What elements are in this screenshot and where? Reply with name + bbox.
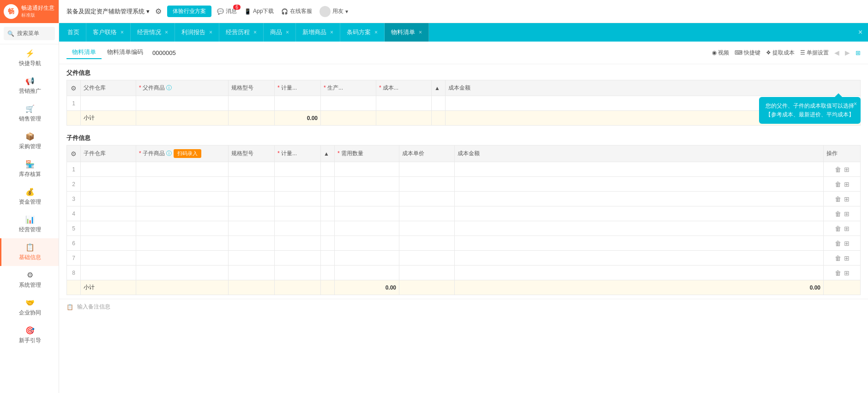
child-row-2-spec[interactable] bbox=[229, 177, 275, 192]
sidebar-item-system[interactable]: ⚙ 系统管理 bbox=[0, 266, 59, 294]
copy-icon-8[interactable]: ⊞ bbox=[844, 269, 850, 277]
child-row-1-product[interactable] bbox=[136, 162, 229, 177]
delete-icon-6[interactable]: 🗑 bbox=[835, 240, 841, 247]
delete-icon-7[interactable]: 🗑 bbox=[835, 254, 841, 262]
child-row-3-unit-cost[interactable] bbox=[399, 192, 455, 206]
child-row-8-warehouse[interactable] bbox=[81, 266, 136, 280]
delete-icon-5[interactable]: 🗑 bbox=[835, 225, 841, 232]
delete-icon-3[interactable]: 🗑 bbox=[835, 195, 841, 203]
child-row-7-warehouse[interactable] bbox=[81, 251, 136, 266]
child-row-6-quantity[interactable] bbox=[335, 236, 399, 251]
online-service-action[interactable]: 🎧 在线客服 bbox=[281, 7, 312, 15]
copy-icon-2[interactable]: ⊞ bbox=[844, 181, 850, 188]
child-row-1-spec[interactable] bbox=[229, 162, 275, 177]
child-row-5-warehouse[interactable] bbox=[81, 221, 136, 236]
child-col-settings[interactable]: ⚙ bbox=[67, 145, 81, 162]
copy-icon-6[interactable]: ⊞ bbox=[844, 240, 850, 247]
nav-tab-home[interactable]: 首页 bbox=[61, 23, 86, 42]
prev-icon[interactable]: ◀ bbox=[834, 49, 839, 56]
child-row-1-unit-cost[interactable] bbox=[399, 162, 455, 177]
child-row-4-unit[interactable] bbox=[275, 206, 321, 221]
child-row-3-product[interactable] bbox=[136, 192, 229, 206]
sub-tab-bom-code[interactable]: 物料清单编码 bbox=[102, 46, 149, 59]
child-row-6-spec[interactable] bbox=[229, 236, 275, 251]
single-settings-action[interactable]: ☰ 单据设置 bbox=[800, 49, 829, 57]
grid-view-icon[interactable]: ⊞ bbox=[856, 49, 861, 56]
child-row-2-warehouse[interactable] bbox=[81, 177, 136, 192]
child-row-6-product[interactable] bbox=[136, 236, 229, 251]
child-row-4-unit-cost[interactable] bbox=[399, 206, 455, 221]
child-row-7-quantity[interactable] bbox=[335, 251, 399, 266]
close-all-tabs-button[interactable]: × bbox=[855, 28, 866, 36]
nav-tab-close-operations-history[interactable]: × bbox=[253, 29, 257, 36]
sidebar-item-finance[interactable]: 💰 资金管理 bbox=[0, 183, 59, 211]
parent-row-1-production[interactable] bbox=[321, 96, 376, 111]
nav-tab-bom[interactable]: 物料清单× bbox=[385, 23, 429, 42]
child-row-8-product[interactable] bbox=[136, 266, 229, 280]
copy-icon-7[interactable]: ⊞ bbox=[844, 254, 850, 262]
view-action[interactable]: ◉ 视频 bbox=[712, 49, 729, 57]
delete-icon-2[interactable]: 🗑 bbox=[835, 181, 841, 188]
child-row-6-warehouse[interactable] bbox=[81, 236, 136, 251]
child-row-7-unit[interactable] bbox=[275, 251, 321, 266]
child-row-6-unit[interactable] bbox=[275, 236, 321, 251]
sidebar-item-sales[interactable]: 🛒 销售管理 bbox=[0, 100, 59, 127]
parent-col-settings[interactable]: ⚙ bbox=[67, 80, 81, 96]
delete-icon-1[interactable]: 🗑 bbox=[835, 166, 841, 173]
parent-row-1-unit[interactable] bbox=[275, 96, 321, 111]
message-action[interactable]: 💬 消息 6 bbox=[217, 7, 237, 15]
child-row-3-unit[interactable] bbox=[275, 192, 321, 206]
child-row-1-unit[interactable] bbox=[275, 162, 321, 177]
nav-tab-products[interactable]: 商品× bbox=[264, 23, 296, 42]
parent-row-1-cost[interactable] bbox=[376, 96, 432, 111]
delete-icon-4[interactable]: 🗑 bbox=[835, 210, 841, 218]
sub-tab-bom-list[interactable]: 物料清单 bbox=[66, 46, 102, 59]
copy-icon-1[interactable]: ⊞ bbox=[844, 166, 850, 173]
copy-icon-4[interactable]: ⊞ bbox=[844, 210, 850, 218]
child-row-1-quantity[interactable] bbox=[335, 162, 399, 177]
sidebar-item-guide[interactable]: 🎯 新手引导 bbox=[0, 321, 59, 349]
parent-row-1-warehouse[interactable] bbox=[81, 96, 136, 111]
shortcuts-action[interactable]: ⌨ 快捷键 bbox=[735, 49, 760, 57]
child-row-7-spec[interactable] bbox=[229, 251, 275, 266]
child-row-2-unit-cost[interactable] bbox=[399, 177, 455, 192]
nav-tab-new-products[interactable]: 新增商品× bbox=[296, 23, 340, 42]
nav-tab-profit-report[interactable]: 利润报告× bbox=[175, 23, 219, 42]
nav-tab-barcode[interactable]: 条码方案× bbox=[340, 23, 385, 42]
child-row-4-spec[interactable] bbox=[229, 206, 275, 221]
nav-tab-close-operations-status[interactable]: × bbox=[165, 29, 168, 36]
delete-icon-8[interactable]: 🗑 bbox=[835, 269, 841, 277]
nav-tab-close-barcode[interactable]: × bbox=[374, 29, 378, 36]
sidebar-item-inventory[interactable]: 🏪 库存核算 bbox=[0, 155, 59, 183]
system-selector[interactable]: 装备及固定资产辅助管理系统 ▾ bbox=[66, 7, 150, 16]
nav-tab-close-new-products[interactable]: × bbox=[330, 29, 333, 36]
nav-tab-operations-status[interactable]: 经营情况× bbox=[131, 23, 175, 42]
child-row-3-quantity[interactable] bbox=[335, 192, 399, 206]
child-row-7-unit-cost[interactable] bbox=[399, 251, 455, 266]
child-row-6-unit-cost[interactable] bbox=[399, 236, 455, 251]
child-row-7-product[interactable] bbox=[136, 251, 229, 266]
nav-tab-close-products[interactable]: × bbox=[286, 29, 289, 36]
child-row-2-unit[interactable] bbox=[275, 177, 321, 192]
parent-row-1-spec[interactable] bbox=[229, 96, 275, 111]
parent-row-1-product[interactable] bbox=[136, 96, 229, 111]
child-row-2-quantity[interactable] bbox=[335, 177, 399, 192]
child-row-1-warehouse[interactable] bbox=[81, 162, 136, 177]
child-row-8-unit-cost[interactable] bbox=[399, 266, 455, 280]
child-row-4-quantity[interactable] bbox=[335, 206, 399, 221]
search-menu-button[interactable]: 🔍 搜索菜单 bbox=[4, 27, 55, 40]
sidebar-item-marketing[interactable]: 📢 营销推广 bbox=[0, 72, 59, 100]
app-download-action[interactable]: 📱 App下载 bbox=[244, 7, 274, 15]
tooltip-close-icon[interactable]: × bbox=[854, 100, 857, 109]
child-row-8-spec[interactable] bbox=[229, 266, 275, 280]
nav-tab-operations-history[interactable]: 经营历程× bbox=[219, 23, 264, 42]
child-row-5-product[interactable] bbox=[136, 221, 229, 236]
child-row-4-product[interactable] bbox=[136, 206, 229, 221]
child-row-2-product[interactable] bbox=[136, 177, 229, 192]
nav-tab-close-profit-report[interactable]: × bbox=[209, 29, 212, 36]
child-row-4-warehouse[interactable] bbox=[81, 206, 136, 221]
user-menu[interactable]: 用友 ▾ bbox=[319, 6, 348, 17]
child-row-3-spec[interactable] bbox=[229, 192, 275, 206]
nav-tab-close-customer[interactable]: × bbox=[121, 29, 124, 36]
cost-action[interactable]: ❖ 提取成本 bbox=[766, 49, 795, 57]
